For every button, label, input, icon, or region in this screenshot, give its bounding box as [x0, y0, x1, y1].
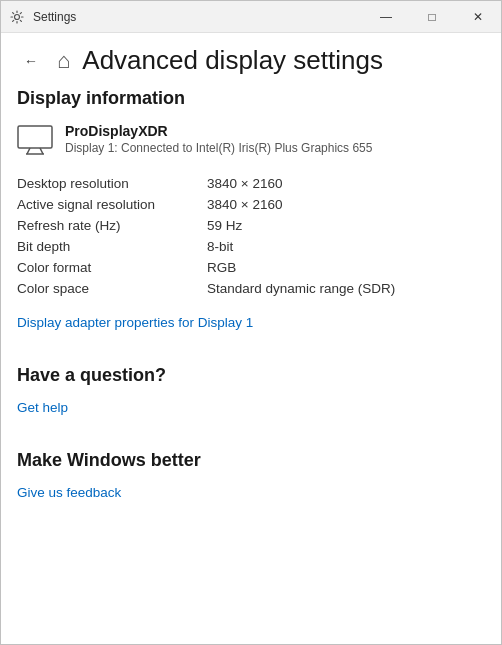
row-value: 3840 × 2160	[207, 197, 282, 212]
row-value: RGB	[207, 260, 236, 275]
page-content: ← ⌂ Advanced display settings Display in…	[1, 33, 501, 644]
display-name: ProDisplayXDR	[65, 123, 372, 139]
home-icon: ⌂	[57, 48, 70, 74]
row-value: Standard dynamic range (SDR)	[207, 281, 395, 296]
row-label: Color format	[17, 260, 207, 275]
table-row: Color spaceStandard dynamic range (SDR)	[17, 278, 485, 299]
table-row: Color formatRGB	[17, 257, 485, 278]
row-label: Desktop resolution	[17, 176, 207, 191]
back-button[interactable]: ←	[17, 47, 45, 75]
title-bar: Settings — □ ✕	[1, 1, 501, 33]
display-info-card: ProDisplayXDR Display 1: Connected to In…	[17, 123, 485, 155]
section-title: Display information	[17, 88, 485, 109]
window-title: Settings	[33, 10, 76, 24]
row-label: Bit depth	[17, 239, 207, 254]
title-bar-left: Settings	[9, 9, 76, 25]
get-help-link[interactable]: Get help	[17, 400, 68, 415]
settings-app-icon	[9, 9, 25, 25]
row-value: 8-bit	[207, 239, 233, 254]
svg-line-2	[27, 148, 30, 154]
page-title: ⌂ Advanced display settings	[57, 45, 383, 76]
page-title-text: Advanced display settings	[82, 45, 383, 76]
have-a-question-heading: Have a question?	[17, 365, 485, 386]
row-label: Active signal resolution	[17, 197, 207, 212]
row-value: 3840 × 2160	[207, 176, 282, 191]
adapter-properties-link[interactable]: Display adapter properties for Display 1	[17, 315, 253, 330]
display-desc: Display 1: Connected to Intel(R) Iris(R)…	[65, 141, 372, 155]
monitor-icon	[17, 125, 53, 155]
svg-point-0	[15, 14, 20, 19]
top-nav: ← ⌂ Advanced display settings	[17, 45, 485, 76]
table-row: Refresh rate (Hz)59 Hz	[17, 215, 485, 236]
row-label: Refresh rate (Hz)	[17, 218, 207, 233]
table-row: Active signal resolution3840 × 2160	[17, 194, 485, 215]
table-row: Desktop resolution3840 × 2160	[17, 173, 485, 194]
row-value: 59 Hz	[207, 218, 242, 233]
settings-window: Settings — □ ✕ ← ⌂ Advanced display sett…	[0, 0, 502, 645]
info-table: Desktop resolution3840 × 2160Active sign…	[17, 173, 485, 299]
close-button[interactable]: ✕	[455, 1, 501, 33]
table-row: Bit depth8-bit	[17, 236, 485, 257]
svg-line-3	[40, 148, 43, 154]
title-bar-controls: — □ ✕	[363, 1, 501, 32]
row-label: Color space	[17, 281, 207, 296]
svg-rect-1	[18, 126, 52, 148]
minimize-button[interactable]: —	[363, 1, 409, 33]
display-info-text: ProDisplayXDR Display 1: Connected to In…	[65, 123, 372, 155]
give-feedback-link[interactable]: Give us feedback	[17, 485, 121, 500]
maximize-button[interactable]: □	[409, 1, 455, 33]
make-windows-better-heading: Make Windows better	[17, 450, 485, 471]
